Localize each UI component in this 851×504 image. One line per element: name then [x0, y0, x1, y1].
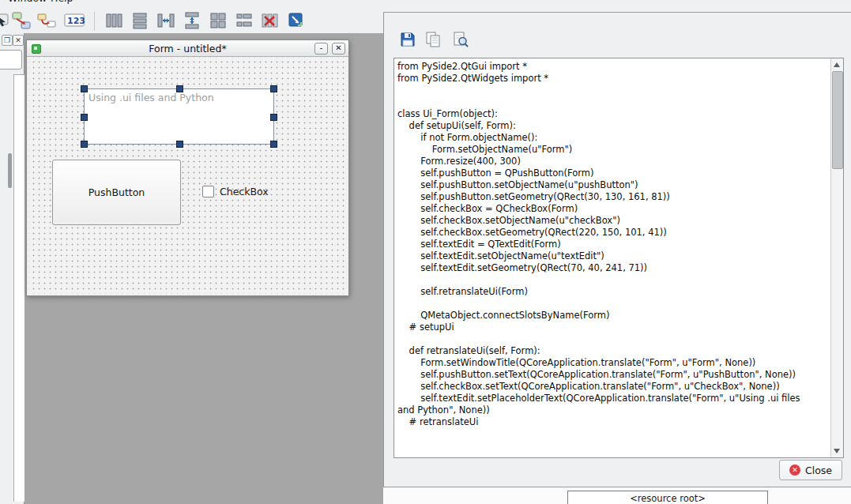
- layout-vertical-icon: [130, 11, 149, 32]
- search-icon: [452, 31, 469, 51]
- checkbox-widget[interactable]: CheckBox: [202, 175, 282, 208]
- selection-handle-ne[interactable]: [270, 85, 277, 92]
- copy-code-button[interactable]: [423, 30, 443, 51]
- widget-box-list[interactable]: [13, 74, 24, 502]
- close-button[interactable]: ✕ Close: [779, 460, 842, 480]
- signals-slots-icon: [12, 11, 31, 32]
- toolbar-separator: [94, 12, 95, 31]
- form-design-canvas[interactable]: Using .ui files and Python PushButton Ch…: [28, 57, 347, 294]
- save-icon: [399, 31, 416, 51]
- close-button-label: Close: [805, 465, 832, 476]
- save-code-button[interactable]: [397, 30, 418, 51]
- layout-horizontally-button[interactable]: [103, 10, 125, 32]
- splitter-vertical-icon: [183, 11, 201, 32]
- dock-float-button[interactable]: ❐: [2, 35, 13, 46]
- code-scrollbar-thumb[interactable]: [832, 71, 843, 169]
- textedit-widget-selected[interactable]: Using .ui files and Python: [84, 88, 274, 145]
- edit-tab-order-button[interactable]: 123: [62, 10, 86, 32]
- menu-help[interactable]: Help: [51, 0, 73, 4]
- edit-buddies-button[interactable]: [36, 10, 58, 32]
- svg-text:123: 123: [67, 16, 85, 26]
- checkbox-label: CheckBox: [220, 186, 269, 197]
- splitter-horizontal-icon: [156, 11, 175, 32]
- form-layout-icon: [235, 11, 254, 32]
- layout-splitter-horizontal-button[interactable]: [155, 10, 177, 32]
- layout-splitter-vertical-button[interactable]: [181, 10, 203, 32]
- grid-layout-icon: [209, 11, 228, 32]
- edit-buddies-icon: [37, 11, 56, 32]
- tab-order-icon: 123: [63, 11, 85, 32]
- break-layout-icon: [260, 11, 279, 32]
- qt-designer-screen: Window Help 123: [0, 0, 851, 504]
- pushbutton-label: PushButton: [88, 186, 145, 198]
- selection-handle-s[interactable]: [176, 141, 183, 148]
- form-window-title: Form - untitled*: [27, 43, 348, 55]
- adjust-size-button[interactable]: [285, 10, 307, 32]
- selection-handle-nw[interactable]: [81, 85, 88, 92]
- resource-root-label: <resource root>: [630, 493, 706, 504]
- code-text: from PySide2.QtGui import * from PySide2…: [397, 61, 830, 428]
- designer-form-window: Form - untitled* - ✕ Using .ui files and…: [26, 39, 349, 296]
- form-titlebar[interactable]: Form - untitled* - ✕: [27, 40, 348, 57]
- layout-vertically-button[interactable]: [129, 10, 151, 32]
- layout-form-button[interactable]: [233, 10, 255, 32]
- textedit-widget[interactable]: Using .ui files and Python: [84, 88, 274, 145]
- scroll-up-icon[interactable]: [834, 62, 840, 67]
- pushbutton-widget[interactable]: PushButton: [52, 160, 181, 225]
- resource-root-item[interactable]: <resource root>: [567, 491, 768, 504]
- checkbox-indicator[interactable]: [202, 186, 214, 197]
- selection-handle-n[interactable]: [176, 85, 183, 92]
- widget-filter-input[interactable]: [0, 50, 22, 70]
- view-code-dialog: from PySide2.QtGui import * from PySide2…: [383, 12, 851, 487]
- copy-icon: [424, 31, 442, 51]
- layout-horizontal-icon: [104, 11, 123, 32]
- adjust-size-icon: [287, 11, 306, 32]
- code-scrollbar[interactable]: [830, 58, 843, 457]
- edit-signals-slots-button[interactable]: [10, 10, 32, 32]
- textedit-placeholder: Using .ui files and Python: [88, 92, 214, 103]
- dock-scrollbar-thumb[interactable]: [8, 153, 12, 188]
- layout-grid-button[interactable]: [207, 10, 229, 32]
- break-layout-button[interactable]: [258, 10, 281, 32]
- dock-close-button[interactable]: ✕: [13, 35, 24, 46]
- selection-handle-sw[interactable]: [81, 141, 88, 148]
- close-icon: ✕: [789, 465, 800, 476]
- form-minimize-button[interactable]: -: [314, 43, 328, 55]
- edit-widgets-icon: [0, 11, 10, 32]
- code-view[interactable]: from PySide2.QtGui import * from PySide2…: [393, 58, 844, 458]
- form-close-button[interactable]: ✕: [332, 43, 345, 55]
- selection-handle-w[interactable]: [81, 114, 88, 121]
- menubar: Window Help: [0, 0, 316, 5]
- selection-handle-e[interactable]: [270, 114, 277, 121]
- widget-box-dock: ❐ ✕: [0, 33, 24, 504]
- selection-handle-se[interactable]: [270, 141, 277, 148]
- find-in-code-button[interactable]: [450, 30, 471, 51]
- scroll-down-icon[interactable]: [834, 449, 840, 453]
- menu-window[interactable]: Window: [8, 0, 47, 4]
- resource-browser-strip: <resource root>: [383, 487, 851, 504]
